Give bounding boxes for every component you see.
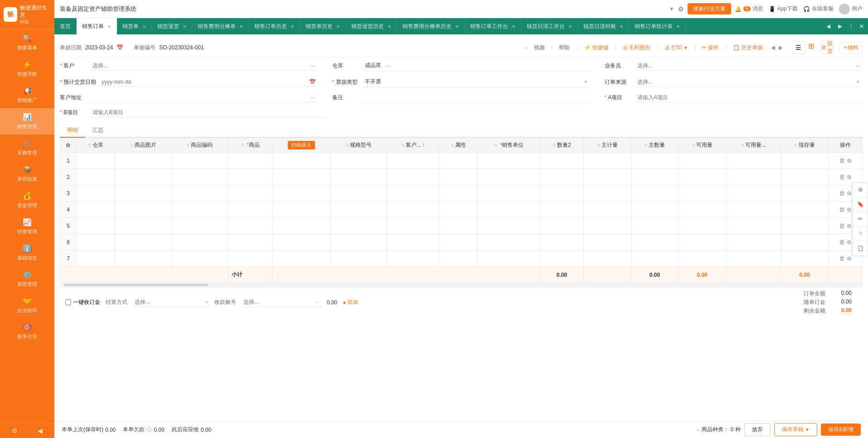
order-source-wrap[interactable]: ▼ <box>635 77 863 87</box>
tab-expense-history-close[interactable]: ✕ <box>455 24 459 29</box>
tab-sales-order-history-close[interactable]: ✕ <box>291 24 294 29</box>
tab-home[interactable]: 首页 <box>54 18 77 34</box>
delete-icon[interactable]: 🗑 <box>839 190 845 197</box>
row-1-qty2[interactable] <box>540 153 583 169</box>
row-1-product[interactable] <box>228 153 272 169</box>
tab-cash-workbench[interactable]: 钱货日清工作台 ✕ <box>521 18 578 34</box>
customer-input-wrap[interactable]: ··· <box>91 61 318 71</box>
calendar2-icon[interactable]: 📅 <box>307 79 318 85</box>
float-bookmark-btn[interactable]: 🔖 <box>853 197 868 212</box>
row-2-unit[interactable] <box>477 169 540 185</box>
copy-icon[interactable]: ⊕ <box>847 222 852 229</box>
row-1-cust-code[interactable] <box>387 153 439 169</box>
row-3-main-qty[interactable] <box>631 185 679 202</box>
tab-invoice-history-close[interactable]: ✕ <box>336 24 340 29</box>
tab-return-history[interactable]: 销货退货历史 ✕ <box>346 18 397 34</box>
sidebar-item-system[interactable]: ⚙️ 系统管理 <box>0 266 54 292</box>
sidebar-collapse-btn[interactable]: ◀ <box>38 427 43 434</box>
calendar-icon[interactable]: 📅 <box>116 44 123 51</box>
customer-ellipsis[interactable]: ··· <box>309 62 318 69</box>
tab-stats-close[interactable]: ✕ <box>676 24 680 29</box>
expand-icon[interactable]: ⊞ <box>807 41 815 54</box>
tab-cash-reconcile[interactable]: 钱货日清对账 ✕ <box>578 18 629 34</box>
add-collection-btn[interactable]: ● 添加 <box>343 298 358 306</box>
row-2-warehouse[interactable] <box>77 169 115 185</box>
copy-icon[interactable]: ⊕ <box>847 190 852 197</box>
one-click-label[interactable]: 一键收订金 <box>65 298 100 306</box>
tab-sales-order-close[interactable]: ✕ <box>107 24 111 29</box>
tab-expense-history[interactable]: 销售费用分摊单历史 ✕ <box>397 18 465 34</box>
nav-prev-icon[interactable]: ◀ <box>771 44 775 51</box>
delete-icon[interactable]: 🗑 <box>839 255 845 262</box>
row-1-main-qty[interactable] <box>631 153 679 169</box>
delete-icon[interactable]: 🗑 <box>839 239 845 245</box>
address-input[interactable] <box>91 93 309 102</box>
b-project-wrap[interactable] <box>91 108 325 117</box>
tab-return-history-close[interactable]: ✕ <box>388 24 391 29</box>
tab-invoice-history[interactable]: 销货单历史 ✕ <box>300 18 346 34</box>
one-click-checkbox[interactable] <box>65 299 71 305</box>
sidebar-item-marketing[interactable]: 📢 营销推广 <box>0 82 54 108</box>
tab-sales-return[interactable]: 销货退货 ✕ <box>152 18 192 34</box>
row-3-code[interactable] <box>171 185 228 202</box>
tab-cash-reconcile-close[interactable]: ✕ <box>620 24 623 29</box>
salesman-ellipsis[interactable]: ··· <box>853 62 863 69</box>
customer-input[interactable] <box>91 61 309 70</box>
tab-sales-return-close[interactable]: ✕ <box>183 24 186 29</box>
tab-summary[interactable]: 汇总 <box>85 124 111 137</box>
row-2-code[interactable] <box>171 169 228 185</box>
invoice-dropdown-arrow[interactable]: ▼ <box>581 79 590 85</box>
float-settings-btn[interactable]: ⚙ <box>853 183 868 197</box>
delivery-date-input[interactable] <box>100 77 307 87</box>
tab-order-workbench[interactable]: 销售订单工作台 ✕ <box>465 18 521 34</box>
copy-icon[interactable]: ⊕ <box>847 206 852 213</box>
sidebar-settings-btn[interactable]: ⚙ <box>12 427 18 434</box>
sidebar-item-basic-info[interactable]: ℹ️ 基础信息 <box>0 240 54 266</box>
tab-more-btn[interactable]: ⋮ <box>846 22 856 31</box>
row-2-cust-code[interactable] <box>387 169 439 185</box>
row-3-cust-code[interactable] <box>387 185 439 202</box>
delete-icon[interactable]: 🗑 <box>839 206 845 213</box>
order-source-arrow[interactable]: ▼ <box>853 79 863 85</box>
sidebar-item-search[interactable]: 🔍 搜索菜单 <box>0 29 54 56</box>
collection-ellipsis[interactable]: ··· <box>313 299 321 305</box>
row-1-warehouse[interactable] <box>77 153 115 169</box>
history-btn[interactable]: 📋 历史单据 <box>730 43 766 53</box>
float-edit-btn[interactable]: ✏ <box>853 212 868 226</box>
profit-btn[interactable]: ◎ 毛利预告 <box>620 43 653 53</box>
tab-close-all-btn[interactable]: ✕ <box>857 22 866 31</box>
delivery-date-wrap[interactable]: 📅 <box>100 77 318 87</box>
order-source-input[interactable] <box>635 77 853 87</box>
tab-sales-order[interactable]: 销售订单 ✕ <box>77 18 117 34</box>
address-ellipsis[interactable]: ··· <box>309 94 318 101</box>
salesman-input[interactable] <box>635 61 853 70</box>
tab-sales-expense-close[interactable]: ✕ <box>239 24 243 29</box>
row-1-unit[interactable] <box>477 153 540 169</box>
collection-account-wrap[interactable]: ··· <box>242 298 321 307</box>
copy-icon[interactable]: ⊕ <box>847 173 852 180</box>
sidebar-item-guide[interactable]: 🎯 新手引导 <box>0 318 54 345</box>
sidebar-item-finance[interactable]: 💰 资金管理 <box>0 187 54 213</box>
tab-next-btn[interactable]: ▶ <box>834 23 845 29</box>
tab-sales-expense[interactable]: 销售费用分摊单 ✕ <box>192 18 249 34</box>
delete-icon[interactable]: 🗑 <box>839 173 845 180</box>
horizontal-scrollbar[interactable] <box>63 284 209 286</box>
save-draft-button[interactable]: 保存草稿 ▼ <box>774 423 817 436</box>
tab-stats[interactable]: 销售订单统计表 ✕ <box>629 18 686 34</box>
discard-button[interactable]: 放弃 <box>744 423 771 436</box>
row-2-attr[interactable] <box>439 169 478 185</box>
user-menu[interactable]: 用户 <box>839 4 863 14</box>
copy-icon[interactable]: ⊕ <box>847 239 852 245</box>
tab-cash-workbench-close[interactable]: ✕ <box>568 24 572 29</box>
nav-next-icon[interactable]: ▶ <box>779 44 783 51</box>
collection-account-input[interactable] <box>242 298 313 307</box>
add-material-btn[interactable]: + 物料 <box>839 42 863 54</box>
row-3-attr[interactable] <box>439 185 478 202</box>
sidebar-item-sales[interactable]: 📊 销售管理 <box>0 108 54 135</box>
b-project-input[interactable] <box>91 108 325 117</box>
row-3-spec[interactable] <box>330 185 387 202</box>
tab-sales-order-history[interactable]: 销售订单历史 ✕ <box>249 18 300 34</box>
float-star-btn[interactable]: ☆ <box>853 226 868 241</box>
row-2-main-qty[interactable] <box>631 169 679 185</box>
sidebar-item-enterprise[interactable]: 🤝 企业协同 <box>0 292 54 318</box>
